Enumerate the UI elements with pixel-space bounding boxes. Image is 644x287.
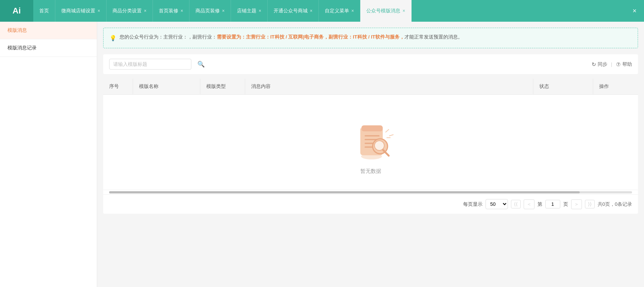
- sidebar-item-template-message-log-label: 模版消息记录: [7, 45, 37, 51]
- empty-svg: [348, 117, 397, 166]
- nav-tab-store-theme-label: 店铺主题: [237, 7, 256, 14]
- search-left: 🔍: [109, 59, 208, 70]
- notice-highlight: 需要设置为：主营行业：IT科技 / 互联网|电子商务，副营行业：IT科技 / I…: [217, 34, 404, 40]
- notice-prefix: 您的公众号行业为：主营行业：，副营行业：: [120, 34, 217, 40]
- col-name-label: 模版名称: [139, 83, 158, 89]
- total-info: 共0页，0条记录: [598, 201, 632, 208]
- col-header-content: 消息内容: [245, 79, 533, 94]
- nav-tab-homepage-design-label: 首页装修: [159, 7, 178, 14]
- nav-tab-custom-menu-close[interactable]: ×: [351, 8, 354, 13]
- help-icon: ⑦: [616, 61, 621, 67]
- top-navigation: Ai 首页 微商城店铺设置 × 商品分类设置 × 首页装修 × 商品页装修 × …: [0, 0, 644, 22]
- sync-button[interactable]: ↻ 同步: [592, 61, 607, 68]
- logo-text: Ai: [13, 6, 21, 16]
- col-header-name: 模版名称: [133, 79, 200, 94]
- first-page-button[interactable]: ⟨⟨: [511, 200, 521, 208]
- col-type-label: 模版类型: [206, 83, 226, 89]
- nav-tab-open-mall[interactable]: 开通公众号商城 ×: [268, 0, 319, 22]
- empty-text-label: 暂无数据: [360, 168, 381, 174]
- nav-tab-store-theme-close[interactable]: ×: [259, 8, 261, 13]
- page-unit: 页: [563, 201, 568, 208]
- nav-tab-template-msg[interactable]: 公众号模版消息 ×: [360, 0, 412, 22]
- svg-line-9: [389, 135, 393, 136]
- nav-tab-home[interactable]: 首页: [33, 0, 55, 22]
- help-label: 帮助: [622, 61, 632, 68]
- prev-page-button[interactable]: ＜: [524, 199, 534, 209]
- search-button[interactable]: 🔍: [194, 59, 208, 69]
- svg-point-6: [375, 141, 384, 150]
- scrollbar-thumb: [109, 191, 580, 193]
- nav-tab-shop-settings-label: 微商城店铺设置: [61, 7, 95, 14]
- nav-tab-home-label: 首页: [39, 7, 49, 14]
- nav-tab-list: 首页 微商城店铺设置 × 商品分类设置 × 首页装修 × 商品页装修 × 店铺主…: [33, 0, 625, 22]
- col-header-type: 模版类型: [200, 79, 245, 94]
- scrollbar-track: [109, 191, 632, 193]
- page-size-select[interactable]: 50 10 20 100: [486, 199, 508, 209]
- nav-tab-homepage-design[interactable]: 首页装修 ×: [153, 0, 189, 22]
- search-bar: 🔍 ↻ 同步 | ⑦ 帮助: [103, 54, 638, 74]
- col-header-index: 序号: [103, 79, 133, 94]
- empty-state: 暂无数据: [103, 95, 638, 190]
- last-page-button[interactable]: ⟩⟩: [585, 200, 595, 208]
- sidebar-item-template-message-label: 模版消息: [7, 27, 27, 33]
- nav-tab-category-settings-label: 商品分类设置: [113, 7, 142, 14]
- nav-tab-product-design-label: 商品页装修: [195, 7, 220, 14]
- nav-tab-store-theme[interactable]: 店铺主题 ×: [231, 0, 268, 22]
- col-index-label: 序号: [109, 83, 119, 89]
- search-right: ↻ 同步 | ⑦ 帮助: [592, 61, 632, 68]
- page-number-input[interactable]: [545, 200, 560, 208]
- search-icon: 🔍: [197, 61, 205, 67]
- col-status-label: 状态: [539, 83, 549, 89]
- pagination: 每页显示 50 10 20 100 ⟨⟨ ＜ 第 页 ＞ ⟩⟩ 共0页，0条记录: [103, 194, 638, 214]
- notice-text: 您的公众号行业为：主营行业：，副营行业：需要设置为：主营行业：IT科技 / 互联…: [120, 33, 632, 41]
- svg-line-8: [386, 129, 389, 132]
- nav-tab-open-mall-close[interactable]: ×: [310, 8, 312, 13]
- page-size-label: 每页显示: [463, 201, 483, 208]
- page-label: 第: [537, 201, 542, 208]
- nav-tab-template-msg-label: 公众号模版消息: [366, 7, 400, 14]
- notice-suffix: 才能正常发送预置的消息。: [404, 34, 463, 40]
- sidebar: 模版消息 模版消息记录: [0, 22, 97, 287]
- app-logo: Ai: [0, 0, 33, 22]
- nav-tab-shop-settings-close[interactable]: ×: [98, 8, 100, 13]
- nav-tab-custom-menu-label: 自定义菜单: [325, 7, 349, 14]
- col-header-status: 状态: [533, 79, 593, 94]
- nav-tab-product-design[interactable]: 商品页装修 ×: [189, 0, 231, 22]
- sidebar-item-template-message[interactable]: 模版消息: [0, 22, 97, 39]
- main-content: 💡 您的公众号行业为：主营行业：，副营行业：需要设置为：主营行业：IT科技 / …: [97, 22, 644, 287]
- col-header-action: 操作: [593, 79, 638, 94]
- empty-illustration: [348, 117, 393, 162]
- notice-box: 💡 您的公众号行业为：主营行业：，副营行业：需要设置为：主营行业：IT科技 / …: [103, 28, 638, 48]
- help-button[interactable]: ⑦ 帮助: [616, 61, 632, 68]
- table-header: 序号 模版名称 模版类型 消息内容 状态 操作: [103, 79, 638, 95]
- close-all-tabs-button[interactable]: ×: [625, 7, 644, 15]
- nav-tab-template-msg-close[interactable]: ×: [403, 8, 405, 13]
- main-layout: 模版消息 模版消息记录 💡 您的公众号行业为：主营行业：，副营行业：需要设置为：…: [0, 22, 644, 287]
- sidebar-item-template-message-log[interactable]: 模版消息记录: [0, 39, 97, 57]
- next-page-button[interactable]: ＞: [571, 199, 582, 209]
- nav-tab-homepage-design-close[interactable]: ×: [181, 8, 183, 13]
- nav-tab-category-settings-close[interactable]: ×: [144, 8, 147, 13]
- sync-icon: ↻: [592, 61, 596, 67]
- nav-tab-open-mall-label: 开通公众号商城: [274, 7, 308, 14]
- col-action-label: 操作: [599, 83, 609, 89]
- nav-tab-custom-menu[interactable]: 自定义菜单 ×: [319, 0, 360, 22]
- sync-label: 同步: [598, 61, 607, 68]
- divider: |: [611, 61, 612, 67]
- col-content-label: 消息内容: [251, 83, 271, 89]
- nav-tab-shop-settings[interactable]: 微商城店铺设置 ×: [55, 0, 107, 22]
- notice-icon: 💡: [110, 34, 117, 43]
- data-table: 序号 模版名称 模版类型 消息内容 状态 操作: [103, 79, 638, 214]
- nav-tab-category-settings[interactable]: 商品分类设置 ×: [107, 0, 153, 22]
- empty-text: 暂无数据: [360, 168, 381, 175]
- search-input[interactable]: [109, 59, 191, 70]
- nav-tab-product-design-close[interactable]: ×: [222, 8, 225, 13]
- horizontal-scrollbar[interactable]: [103, 190, 638, 194]
